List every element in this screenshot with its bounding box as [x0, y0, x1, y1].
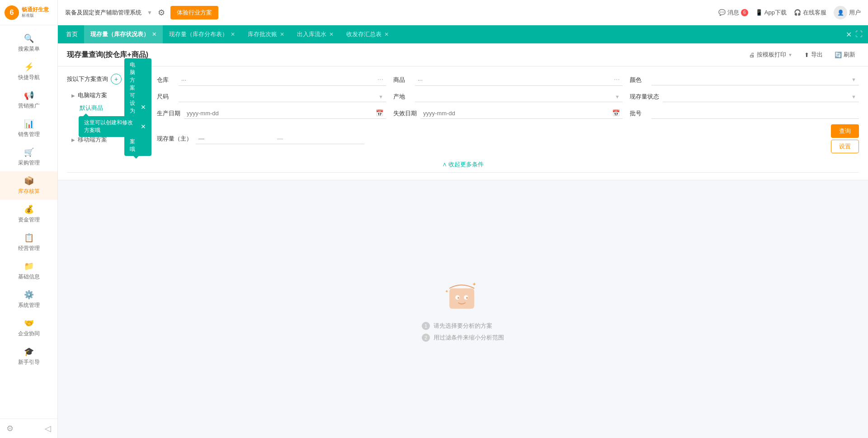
sidebar-item-marketing[interactable]: 📢 营销推广	[0, 86, 57, 114]
query-button[interactable]: 查询	[831, 124, 859, 138]
sidebar-item-search-menu[interactable]: 🔍 搜索菜单	[0, 29, 57, 57]
tooltip-create-scheme-text: 这里可以创建和修改方案哦	[84, 119, 138, 134]
expiry-date-label: 失效日期	[393, 109, 417, 118]
tab-recv-summary[interactable]: 收发存汇总表 ✕	[340, 25, 395, 43]
stock-status-dropdown-icon[interactable]: ▼	[851, 94, 856, 99]
tab-inventory-dist[interactable]: 现存量（库存分布表） ✕	[163, 25, 241, 43]
sidebar-item-purchase[interactable]: 🛒 采购管理	[0, 143, 57, 171]
filter-scheme-label: 按以下方案查询	[67, 75, 108, 83]
tab-close-all-icon[interactable]: ✕	[846, 30, 852, 39]
online-support-button[interactable]: 🎧 在线客服	[794, 9, 826, 17]
settings-gear-icon[interactable]: ⚙	[158, 8, 165, 18]
svg-point-3	[458, 297, 459, 299]
collapse-filter-bar[interactable]: ∧ 收起更多条件	[67, 157, 859, 173]
collapse-sidebar-icon[interactable]: ◁	[45, 424, 51, 433]
goods-field: 商品 ···	[393, 74, 623, 86]
tab-fullscreen-icon[interactable]: ⛶	[855, 30, 863, 38]
refresh-button[interactable]: 🔄 刷新	[831, 49, 859, 61]
settings-button[interactable]: 设置	[831, 140, 859, 153]
add-scheme-button[interactable]: +	[111, 74, 122, 85]
color-input-wrapper[interactable]: ▼	[651, 75, 859, 85]
tab-in-out-flow-label: 出入库流水	[297, 30, 326, 38]
user-avatar: 👤	[834, 6, 847, 19]
app-download-button[interactable]: 📱 App下载	[755, 9, 787, 17]
sidebar-item-sales[interactable]: 📊 销售管理	[0, 114, 57, 143]
stock-main-input-wrapper[interactable]: —	[196, 133, 364, 144]
tooltip1-arrow	[133, 156, 139, 159]
expiry-date-input-wrapper[interactable]: 📅	[420, 108, 623, 119]
goods-more-icon[interactable]: ···	[614, 75, 620, 84]
goods-input-wrapper[interactable]: ···	[415, 74, 623, 86]
color-input[interactable]	[654, 76, 851, 83]
sidebar-item-enterprise[interactable]: 🤝 企业协同	[0, 314, 57, 342]
warehouse-input-wrapper[interactable]: ···	[179, 74, 386, 86]
tab-batch-ledger-label: 库存批次账	[248, 30, 277, 38]
avatar-placeholder-icon: 👤	[837, 9, 844, 16]
inventory-icon: 📦	[24, 176, 34, 186]
sidebar-bottom: ⚙ ◁	[0, 419, 57, 438]
goods-input[interactable]	[418, 76, 614, 83]
expiry-date-input[interactable]	[423, 110, 612, 117]
expiry-date-calendar-icon[interactable]: 📅	[612, 109, 620, 117]
template-print-button[interactable]: 🖨 按模板打印 ▼	[745, 49, 796, 61]
warehouse-label: 仓库	[157, 76, 175, 84]
settings-icon[interactable]: ⚙	[6, 424, 14, 433]
production-date-input-wrapper[interactable]: 📅	[184, 108, 386, 119]
production-date-calendar-icon[interactable]: 📅	[376, 109, 383, 117]
goods-label: 商品	[393, 76, 411, 84]
size-dropdown-icon[interactable]: ▼	[378, 94, 383, 99]
sidebar-item-guide[interactable]: 🎓 新手引导	[0, 342, 57, 371]
brand-name: 畅通好生意	[22, 6, 49, 14]
header-left: 装备及固定资产辅助管理系统 ▼ ⚙ 体验行业方案	[65, 6, 218, 19]
stock-main-label: 现存量（主）	[157, 135, 192, 143]
origin-dropdown-icon[interactable]: ▼	[615, 94, 620, 99]
sidebar-label-guide: 新手引导	[18, 358, 40, 366]
svg-text:✦: ✦	[472, 281, 476, 287]
stock-main-input[interactable]	[198, 135, 274, 142]
purchase-icon: 🛒	[24, 147, 34, 157]
tab-home[interactable]: 首页	[60, 25, 84, 43]
tab-in-out-flow[interactable]: 出入库流水 ✕	[291, 25, 340, 43]
size-input[interactable]	[181, 93, 378, 100]
export-button[interactable]: ⬆ 导出	[801, 49, 826, 61]
tooltip1-close-button[interactable]: ✕	[141, 104, 146, 111]
system-title-dropdown-icon[interactable]: ▼	[147, 9, 152, 16]
sidebar-item-sys-mgmt[interactable]: ⚙️ 系统管理	[0, 285, 57, 314]
warehouse-more-icon[interactable]: ···	[377, 75, 383, 84]
batch-no-input[interactable]	[654, 110, 856, 117]
tooltip-scheme-mobile-text: 电脑方案可设为移动方案哦	[130, 61, 138, 153]
step1-number: 1	[422, 322, 430, 330]
tab-inventory-status-close[interactable]: ✕	[152, 31, 156, 38]
warehouse-input[interactable]	[181, 76, 377, 83]
tab-inventory-status[interactable]: 现存量（库存状况表） ✕	[84, 25, 163, 43]
stock-status-input-wrapper[interactable]: ▼	[663, 91, 859, 102]
production-date-input[interactable]	[187, 110, 376, 117]
tooltip2-close-button[interactable]: ✕	[141, 123, 146, 130]
origin-input-wrapper[interactable]: ▼	[415, 91, 623, 102]
color-dropdown-icon[interactable]: ▼	[851, 77, 856, 82]
size-input-wrapper[interactable]: ▼	[179, 91, 386, 102]
user-profile-button[interactable]: 👤 用户	[834, 6, 861, 19]
messages-button[interactable]: 💬 消息 6	[718, 9, 748, 17]
color-field: 颜色 ▼	[630, 74, 859, 86]
tooltip-scheme-mobile: 电脑方案可设为移动方案哦 ✕	[124, 58, 151, 156]
stock-status-input[interactable]	[665, 93, 851, 100]
sidebar-item-quick-nav[interactable]: ⚡ 快捷导航	[0, 57, 57, 86]
batch-no-input-wrapper[interactable]	[651, 108, 859, 119]
sidebar-item-basic-info[interactable]: 📁 基础信息	[0, 257, 57, 285]
tab-inventory-dist-close[interactable]: ✕	[231, 31, 235, 38]
sidebar-item-assets[interactable]: 💰 资金管理	[0, 200, 57, 228]
tab-in-out-flow-close[interactable]: ✕	[329, 31, 334, 38]
origin-input[interactable]	[418, 93, 615, 100]
tab-batch-ledger-close[interactable]: ✕	[280, 31, 284, 38]
phone-icon: 📱	[755, 9, 763, 16]
stock-main-input-to[interactable]	[286, 135, 362, 142]
sidebar-item-inventory[interactable]: 📦 库存核算	[0, 171, 57, 200]
filter-panel: 按以下方案查询 + ✎ ←	[58, 66, 868, 180]
tab-batch-ledger[interactable]: 库存批次账 ✕	[241, 25, 291, 43]
origin-label: 产地	[393, 93, 411, 101]
industry-solution-button[interactable]: 体验行业方案	[170, 6, 218, 19]
tab-recv-summary-close[interactable]: ✕	[384, 31, 389, 38]
stock-status-label: 现存量状态	[630, 93, 659, 101]
sidebar-item-ops[interactable]: 📋 经营管理	[0, 228, 57, 257]
